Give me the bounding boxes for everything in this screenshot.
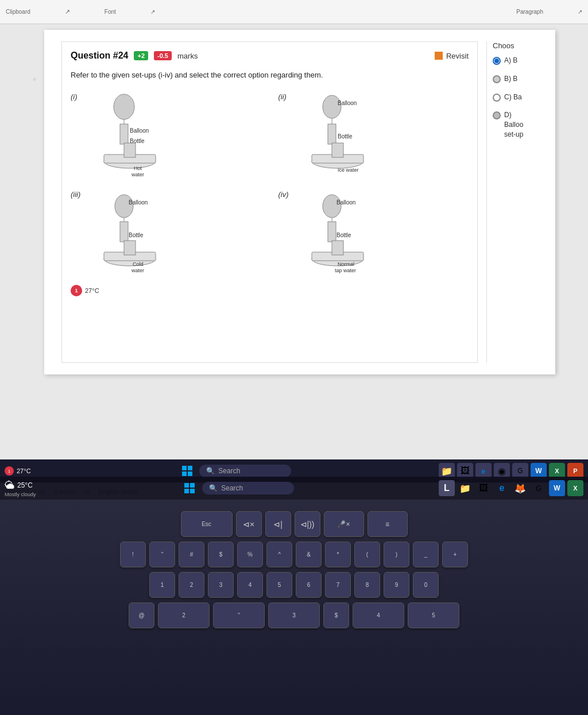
key-9[interactable]: 9 bbox=[384, 572, 409, 598]
svg-text:Hot: Hot bbox=[134, 165, 142, 171]
option-b-text: B) B bbox=[504, 74, 517, 84]
key-5-label: 5 bbox=[278, 582, 281, 588]
key-sym-9-label: ( bbox=[366, 551, 368, 558]
key-sym-3[interactable]: # bbox=[179, 542, 204, 567]
option-c[interactable]: C) Ba bbox=[493, 92, 538, 102]
main-icon-gcircle[interactable]: G bbox=[531, 480, 547, 496]
option-c-text: C) Ba bbox=[504, 92, 522, 102]
badge-plus: +2 bbox=[134, 51, 148, 60]
key-5[interactable]: 5 bbox=[266, 572, 292, 598]
key-at-label: @ bbox=[138, 612, 144, 619]
key-6-label: 6 bbox=[307, 582, 311, 588]
main-icon-excel[interactable]: X bbox=[567, 480, 583, 496]
diagram-ii: (ii) Balloon Bottle bbox=[278, 92, 469, 179]
main-windows-button[interactable] bbox=[180, 479, 199, 497]
svg-text:water: water bbox=[131, 268, 144, 273]
diagram-iii-figure: Balloon Bottle Cold water bbox=[92, 190, 167, 276]
svg-text:Bottle: Bottle bbox=[336, 232, 351, 238]
ribbon-icon-clipboard: ↗ bbox=[65, 8, 70, 16]
key-6[interactable]: 6 bbox=[296, 572, 322, 598]
ribbon-expand-font[interactable]: ↗ bbox=[150, 9, 155, 15]
temp-badge: 1 bbox=[71, 285, 82, 296]
key-0[interactable]: 0 bbox=[413, 572, 439, 598]
main-icon-word[interactable]: W bbox=[549, 480, 565, 496]
font-label: Font bbox=[105, 9, 116, 15]
svg-text:Balloon: Balloon bbox=[129, 199, 148, 206]
main-search-box[interactable]: 🔍 Search bbox=[202, 482, 294, 494]
key-1[interactable]: 1 bbox=[149, 572, 175, 598]
win-square-3 bbox=[182, 471, 187, 476]
key-plus-label: + bbox=[454, 551, 457, 558]
embedded-search-box[interactable]: 🔍 Search bbox=[199, 465, 291, 477]
main-weather-row: 🌥 25°C bbox=[5, 480, 36, 492]
choose-label: Choos bbox=[493, 41, 538, 50]
key-7-label: 7 bbox=[336, 582, 340, 588]
key-sym-2[interactable]: " bbox=[149, 542, 175, 567]
key-vol-up[interactable]: ⊲|)) bbox=[295, 511, 320, 537]
key-sym-4[interactable]: $ bbox=[208, 542, 234, 567]
temp-display: 1 27°C bbox=[71, 285, 469, 296]
main-weather-temp: 25°C bbox=[17, 481, 33, 489]
key-8[interactable]: 8 bbox=[354, 572, 380, 598]
option-b[interactable]: B) B bbox=[493, 74, 538, 84]
balloon-svg-iii: Balloon Bottle Cold water bbox=[92, 190, 167, 276]
key-esc[interactable]: Esc bbox=[181, 511, 233, 537]
key-mute-icon[interactable]: ⊲× bbox=[236, 511, 262, 537]
key-sym-5[interactable]: % bbox=[237, 542, 263, 567]
revisit-icon bbox=[435, 52, 443, 60]
radio-a[interactable] bbox=[493, 57, 501, 65]
key-sym-1-label: ! bbox=[132, 551, 134, 558]
key-underscore[interactable]: _ bbox=[413, 542, 439, 567]
revisit-button[interactable]: Revisit bbox=[435, 52, 469, 60]
svg-text:Balloon: Balloon bbox=[338, 100, 357, 106]
win-sq4 bbox=[190, 489, 195, 493]
key-mic[interactable]: 🎤× bbox=[324, 511, 364, 537]
key-3b-label: 3 bbox=[292, 612, 296, 619]
key-sym-7[interactable]: & bbox=[296, 542, 322, 567]
key-1-label: 1 bbox=[161, 582, 164, 588]
key-sym-1[interactable]: ! bbox=[120, 542, 146, 567]
key-3[interactable]: 3 bbox=[208, 572, 234, 598]
main-icon-l[interactable]: L bbox=[439, 480, 455, 496]
radio-b[interactable] bbox=[493, 75, 501, 83]
ribbon-expand-paragraph[interactable]: ↗ bbox=[578, 9, 582, 15]
option-d[interactable]: D)Ballooset-up bbox=[493, 110, 538, 139]
key-screen[interactable]: ≡ bbox=[368, 511, 408, 537]
main-icon-firefox[interactable]: 🦊 bbox=[512, 480, 528, 496]
option-a[interactable]: A) B bbox=[493, 56, 538, 65]
main-icon-files[interactable]: 📁 bbox=[457, 480, 473, 496]
question-header: Question #24 +2 -0.5 marks Revisit bbox=[71, 51, 469, 61]
main-icon-photos[interactable]: 🖼 bbox=[475, 480, 492, 496]
key-sym-5-label: % bbox=[247, 551, 253, 558]
key-sym-7-label: & bbox=[307, 551, 311, 558]
paragraph-label: Paragraph bbox=[516, 9, 543, 15]
key-sym-8[interactable]: * bbox=[325, 542, 351, 567]
key-sym-6[interactable]: ^ bbox=[266, 542, 292, 567]
svg-rect-26 bbox=[124, 241, 136, 255]
key-vol-down[interactable]: ⊲| bbox=[265, 511, 291, 537]
key-4[interactable]: 4 bbox=[237, 572, 263, 598]
radio-d[interactable] bbox=[493, 111, 501, 119]
key-5b[interactable]: 5 bbox=[408, 602, 459, 628]
badge-minus: -0.5 bbox=[154, 51, 172, 60]
document-area: ○ Question #24 +2 -0.5 marks Revisit Ref… bbox=[0, 24, 588, 459]
radio-c[interactable] bbox=[493, 94, 501, 102]
ribbon-bar: Clipboard ↗ Font ↗ Paragraph ↗ bbox=[0, 0, 588, 24]
key-dollar[interactable]: $ bbox=[323, 602, 349, 628]
key-3b[interactable]: 3 bbox=[268, 602, 320, 628]
option-d-text: D)Ballooset-up bbox=[504, 110, 523, 139]
svg-text:water: water bbox=[131, 172, 144, 177]
key-2[interactable]: 2 bbox=[179, 572, 204, 598]
key-hash-label: " bbox=[238, 612, 240, 619]
key-sym-9[interactable]: ( bbox=[354, 542, 380, 567]
main-icon-edge[interactable]: e bbox=[494, 480, 510, 496]
temp-area: 1 27°C bbox=[71, 285, 469, 296]
key-at[interactable]: @ bbox=[129, 602, 154, 628]
key-sym-0[interactable]: ) bbox=[384, 542, 409, 567]
key-7[interactable]: 7 bbox=[325, 572, 351, 598]
svg-rect-7 bbox=[124, 143, 136, 157]
key-hash[interactable]: " bbox=[213, 602, 265, 628]
key-plus[interactable]: + bbox=[442, 542, 468, 567]
key-4b[interactable]: 4 bbox=[353, 602, 404, 628]
key-2b[interactable]: 2 bbox=[158, 602, 210, 628]
